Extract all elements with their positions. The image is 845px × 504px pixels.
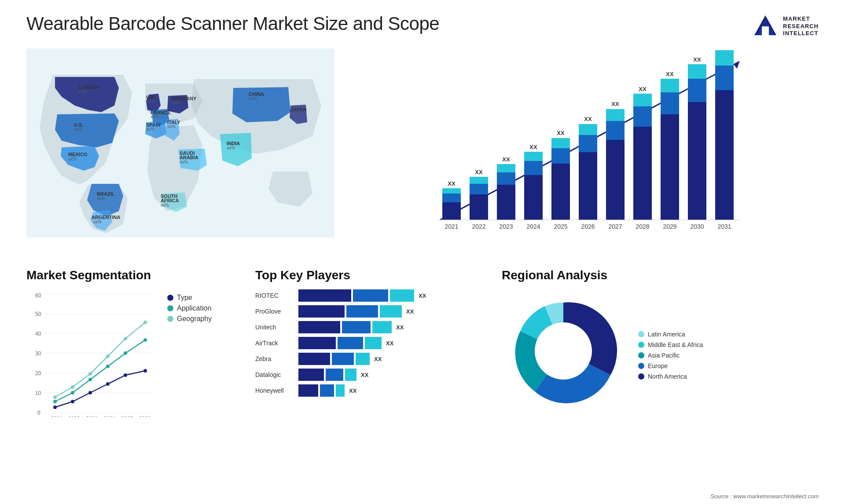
region-legend: Latin America Middle East & Africa Asia … (638, 331, 703, 380)
svg-point-123 (106, 365, 110, 368)
key-players-section: Top Key Players RIOTEC XX ProGlove (255, 268, 484, 444)
svg-rect-55 (524, 152, 543, 161)
seg-legend: Type Application Geography (167, 294, 212, 323)
svg-text:XX: XX (529, 144, 537, 150)
segmentation-chart-svg: 0 10 20 30 40 50 60 2021 (26, 289, 158, 417)
svg-rect-83 (688, 102, 706, 220)
asia-pacific-label: Asia Pacific (648, 352, 680, 359)
svg-text:XX: XX (448, 180, 456, 187)
svg-rect-69 (606, 121, 625, 140)
svg-rect-44 (470, 184, 488, 194)
player-bar-airtrack: XX (298, 337, 484, 349)
svg-point-117 (106, 382, 110, 386)
svg-rect-84 (688, 79, 706, 102)
player-name-airtrack: AirTrack (255, 340, 295, 347)
player-name-datalogic: Datalogic (255, 371, 295, 378)
svg-rect-48 (497, 185, 515, 220)
svg-text:60: 60 (35, 292, 41, 299)
svg-point-118 (124, 373, 127, 377)
svg-rect-2 (762, 26, 769, 35)
svg-rect-45 (470, 177, 488, 184)
bar-chart-container: XX 2021 XX 2022 XX 2023 (352, 48, 819, 237)
svg-text:50: 50 (35, 311, 41, 317)
player-bar-proglove: XX (298, 305, 484, 318)
type-label: Type (177, 294, 192, 302)
svg-text:2025: 2025 (554, 223, 567, 230)
svg-text:2023: 2023 (499, 223, 513, 230)
svg-rect-80 (661, 79, 679, 92)
svg-text:XX: XX (693, 56, 701, 63)
svg-text:XX: XX (639, 86, 647, 92)
svg-text:XX: XX (557, 130, 565, 136)
geography-dot (167, 316, 173, 322)
svg-text:10: 10 (35, 390, 41, 396)
svg-text:2030: 2030 (690, 223, 704, 230)
key-players-title: Top Key Players (255, 268, 484, 282)
logo-icon (752, 13, 779, 40)
map-container: CANADA xx% U.S. xx% MEXICO xx% BRAZIL xx… (26, 48, 334, 233)
svg-text:XX: XX (666, 71, 674, 77)
svg-text:xx%: xx% (151, 114, 159, 119)
svg-rect-53 (524, 175, 543, 220)
svg-text:xx%: xx% (146, 99, 154, 104)
svg-text:2024: 2024 (526, 223, 540, 230)
middle-east-africa-label: Middle East & Africa (648, 341, 703, 348)
svg-rect-64 (579, 135, 597, 152)
svg-text:2021: 2021 (51, 416, 62, 417)
svg-text:XX: XX (720, 48, 728, 50)
svg-text:xx%: xx% (161, 203, 169, 208)
player-row-unitech: Unitech XX (255, 321, 484, 333)
svg-rect-43 (470, 194, 488, 220)
svg-rect-40 (442, 188, 461, 194)
growth-chart-svg: XX 2021 XX 2022 XX 2023 (352, 48, 819, 237)
svg-point-121 (71, 391, 74, 394)
player-name-unitech: Unitech (255, 324, 295, 331)
svg-text:xx%: xx% (180, 160, 188, 164)
svg-rect-74 (633, 106, 652, 127)
segmentation-section: Market Segmentation 0 10 20 30 40 50 60 (26, 268, 238, 444)
player-bar-zebra: XX (298, 353, 484, 365)
regional-title: Regional Analysis (502, 268, 819, 282)
bottom-row: Market Segmentation 0 10 20 30 40 50 60 (26, 268, 819, 444)
svg-text:2027: 2027 (608, 223, 622, 230)
svg-rect-60 (551, 138, 570, 148)
top-row: CANADA xx% U.S. xx% MEXICO xx% BRAZIL xx… (26, 48, 819, 255)
svg-point-128 (88, 372, 92, 376)
logo-text: MARKET RESEARCH INTELLECT (783, 15, 819, 38)
europe-label: Europe (648, 362, 668, 369)
player-row-zebra: Zebra XX (255, 353, 484, 365)
svg-text:xx%: xx% (227, 146, 235, 150)
svg-text:2026: 2026 (139, 416, 151, 417)
svg-text:xx%: xx% (74, 127, 82, 132)
legend-type: Type (167, 294, 212, 302)
svg-rect-85 (688, 64, 706, 79)
svg-rect-39 (442, 194, 461, 202)
geography-label: Geography (177, 315, 212, 323)
svg-point-127 (71, 385, 74, 389)
svg-rect-50 (497, 164, 515, 172)
players-list: RIOTEC XX ProGlove XX (255, 289, 484, 400)
svg-rect-78 (661, 114, 679, 220)
svg-text:20: 20 (35, 370, 41, 376)
svg-text:2022: 2022 (68, 416, 80, 417)
svg-point-115 (71, 400, 74, 403)
svg-text:xx%: xx% (167, 124, 176, 129)
player-bar-honeywell: XX (298, 384, 484, 397)
svg-text:XX: XX (611, 101, 619, 107)
player-row-honeywell: Honeywell XX (255, 384, 484, 397)
svg-rect-90 (715, 50, 734, 66)
svg-text:XX: XX (475, 169, 483, 175)
application-label: Application (177, 304, 211, 312)
svg-text:xx%: xx% (146, 127, 154, 131)
legend-application: Application (167, 304, 212, 312)
svg-point-131 (143, 321, 147, 324)
svg-point-125 (143, 338, 147, 342)
player-name-zebra: Zebra (255, 355, 295, 362)
region-europe: Europe (638, 362, 703, 369)
world-map-svg: CANADA xx% U.S. xx% MEXICO xx% BRAZIL xx… (26, 48, 334, 237)
regional-section: Regional Analysis (502, 268, 819, 444)
map-section: CANADA xx% U.S. xx% MEXICO xx% BRAZIL xx… (26, 48, 334, 255)
region-latin-america: Latin America (638, 331, 703, 338)
player-name-riotec: RIOTEC (255, 292, 295, 299)
svg-rect-59 (551, 148, 570, 164)
